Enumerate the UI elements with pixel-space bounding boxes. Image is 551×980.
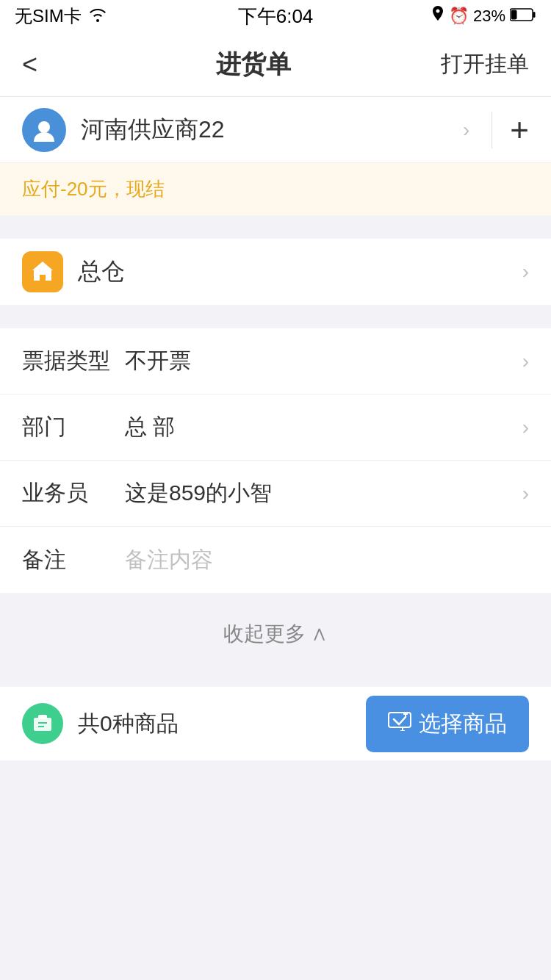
status-time: 下午6:04 [238,4,314,29]
nav-bar: < 进货单 打开挂单 [0,32,551,97]
product-count-text: 共0种商品 [78,709,366,739]
supplier-section: 河南供应商22 › + [0,97,551,163]
supplier-arrow-icon: › [463,118,469,142]
select-product-button[interactable]: 选择商品 [366,696,529,752]
invoice-type-value: 不开票 [118,346,522,376]
supplier-name: 河南供应商22 [81,114,463,146]
select-product-label: 选择商品 [419,709,507,739]
wifi-icon [87,6,108,26]
invoice-type-row[interactable]: 票据类型 不开票 › [0,328,551,394]
salesman-row[interactable]: 业务员 这是859的小智 › [0,461,551,527]
supplier-avatar [22,108,66,152]
battery-text: 23% [473,7,505,26]
warehouse-name: 总仓 [78,256,522,288]
status-left: 无SIM卡 [15,4,108,28]
section-gap-2 [0,305,551,317]
dept-label: 部门 [22,412,118,442]
product-count-icon [22,703,63,744]
location-icon [431,6,444,26]
salesman-label: 业务员 [22,478,118,508]
remark-input[interactable]: 备注内容 [118,545,529,575]
svg-rect-1 [533,12,536,18]
form-section: 票据类型 不开票 › 部门 总 部 › 业务员 这是859的小智 › 备注 备注… [0,328,551,593]
notice-bar: 应付-20元，现结 [0,163,551,215]
battery-icon [510,7,536,26]
status-right: ⏰ 23% [431,6,536,26]
collapse-section[interactable]: 收起更多 ∧ [0,605,551,663]
salesman-value: 这是859的小智 [118,478,522,508]
remark-label: 备注 [22,545,118,575]
svg-point-3 [38,121,50,133]
open-pending-button[interactable]: 打开挂单 [441,49,529,79]
remark-row[interactable]: 备注 备注内容 [0,527,551,593]
dept-row[interactable]: 部门 总 部 › [0,394,551,461]
page-title: 进货单 [216,48,291,82]
salesman-arrow-icon: › [522,482,529,505]
section-gap-3 [0,663,551,675]
svg-rect-6 [40,275,46,281]
back-button[interactable]: < [22,49,66,80]
dept-value: 总 部 [118,412,522,442]
section-gap-1 [0,215,551,227]
invoice-type-arrow-icon: › [522,350,529,373]
svg-marker-5 [32,262,53,270]
invoice-type-label: 票据类型 [22,346,118,376]
dept-arrow-icon: › [522,416,529,439]
collapse-label: 收起更多 ∧ [223,620,328,648]
add-supplier-button[interactable]: + [510,114,529,146]
select-product-icon [388,712,411,736]
warehouse-section[interactable]: 总仓 › [0,239,551,305]
svg-rect-8 [38,715,47,719]
warehouse-arrow-icon: › [522,260,529,284]
notice-text: 应付-20元，现结 [22,178,165,200]
bottom-section: 共0种商品 选择商品 [0,687,551,760]
supplier-divider [491,112,492,148]
carrier-text: 无SIM卡 [15,4,82,28]
svg-rect-7 [34,718,51,731]
svg-rect-2 [511,10,517,20]
warehouse-icon [22,251,63,292]
status-bar: 无SIM卡 下午6:04 ⏰ 23% [0,0,551,32]
alarm-icon: ⏰ [449,7,469,26]
